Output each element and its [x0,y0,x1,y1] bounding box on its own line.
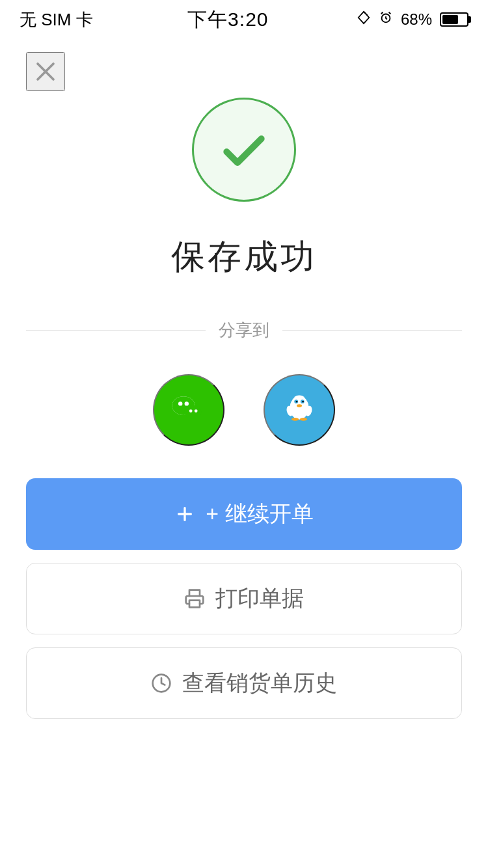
status-right: 68% [357,10,468,29]
battery-icon [440,12,468,27]
wechat-share-button[interactable] [153,374,224,446]
battery-text: 68% [401,10,432,29]
svg-point-25 [300,418,307,421]
location-icon [357,10,371,29]
continue-button-label: + 继续开单 [206,499,313,529]
print-button-label: 打印单据 [215,584,304,614]
status-time: 下午3:20 [187,7,268,33]
history-button-label: 查看销货单历史 [182,668,337,698]
alarm-icon [379,10,393,29]
qq-share-button[interactable] [264,374,335,446]
history-button[interactable]: 查看销货单历史 [26,647,462,719]
continue-button[interactable]: + 继续开单 [26,478,462,550]
svg-point-21 [296,401,298,403]
svg-point-12 [185,401,189,405]
status-left: 无 SIM 卡 [20,8,100,31]
svg-point-10 [185,405,202,419]
status-bar: 无 SIM 卡 下午3:20 [0,0,488,39]
svg-line-2 [364,12,368,16]
success-title: 保存成功 [171,234,317,280]
share-label: 分享到 [219,319,269,342]
action-buttons: + 继续开单 打印单据 查看销货单历史 [26,478,462,719]
svg-point-24 [291,418,299,421]
svg-point-11 [178,401,182,405]
svg-line-5 [389,12,391,14]
svg-rect-30 [189,601,200,608]
main-content: 保存成功 分享到 [0,39,488,745]
svg-point-14 [195,409,198,413]
svg-point-13 [189,409,193,413]
print-button[interactable]: 打印单据 [26,563,462,634]
share-icons [26,374,462,446]
svg-point-23 [297,404,302,407]
share-divider: 分享到 [26,319,462,342]
carrier-text: 无 SIM 卡 [20,8,93,31]
svg-point-22 [302,401,304,403]
success-icon-circle [192,98,296,202]
svg-line-4 [381,12,383,14]
share-section: 分享到 [26,319,462,446]
svg-marker-1 [359,12,370,23]
close-button[interactable] [26,52,65,91]
